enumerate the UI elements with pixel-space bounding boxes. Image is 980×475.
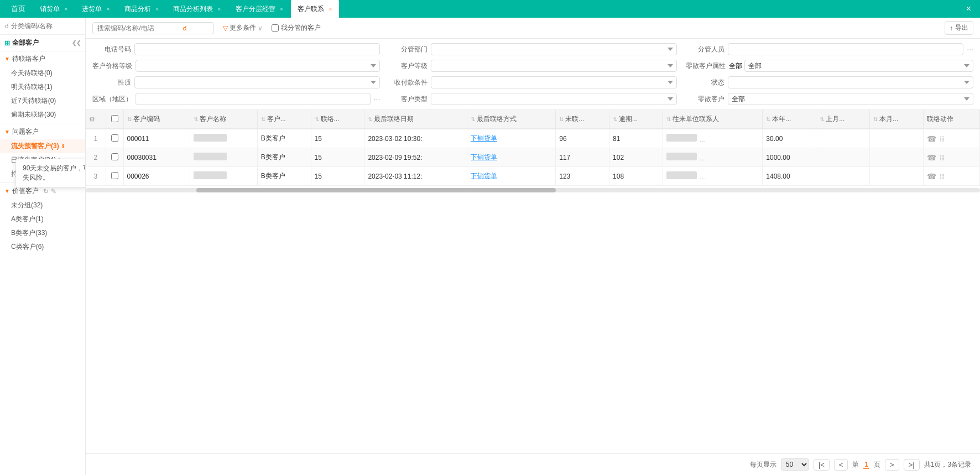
more-icon[interactable]: ⁞⁞ <box>940 134 944 143</box>
sidebar-item-ungroup[interactable]: 未分组(32) <box>0 199 85 212</box>
nav-tab-crm-close[interactable]: × <box>280 6 283 12</box>
filter-manager-input[interactable] <box>728 43 964 55</box>
more-icon[interactable]: ⁞⁞ <box>940 153 944 162</box>
page-unit: 页 <box>874 460 880 469</box>
prev-page-btn[interactable]: < <box>834 459 848 471</box>
nav-tab-analysis-close[interactable]: × <box>155 6 159 12</box>
nav-tab-sales[interactable]: 销货单 × <box>33 0 74 18</box>
window-close-button[interactable]: × <box>962 4 976 14</box>
table-row: 2 00030031 B类客户 15 2023-02-09 19:52: 下销货… <box>86 148 980 167</box>
row-num-cell: 1 <box>86 129 106 148</box>
nav-tab-purchase-close[interactable]: × <box>106 6 110 12</box>
row-last-method-link[interactable]: 下销货单 <box>471 134 497 142</box>
sidebar-item-attrition-warning[interactable]: 流失预警客户(3) ℹ <box>0 139 85 153</box>
nav-tab-contact-close[interactable]: × <box>329 6 332 12</box>
table-area: ⚙ ⇅ 客户编码 <box>86 110 980 453</box>
top-nav: 首页 销货单 × 进货单 × 商品分析 × 商品分析列表 × 客户分层经营 × … <box>0 0 980 18</box>
filter-type-select[interactable] <box>431 93 676 105</box>
row-last-method-link[interactable]: 下销货单 <box>471 172 497 180</box>
sidebar-item-7days[interactable]: 近7天待联络(0) <box>0 94 85 108</box>
filter-price-select[interactable] <box>135 60 380 72</box>
th-last-month: ⇅ 上月... <box>816 110 870 129</box>
nav-tab-contact[interactable]: 客户联系 × <box>291 0 338 18</box>
contact-icon[interactable]: ☎ <box>927 153 936 162</box>
grid-icon: ⊞ <box>4 39 10 47</box>
next-page-btn[interactable]: > <box>885 459 899 471</box>
sort-icon-name[interactable]: ⇅ <box>194 116 198 122</box>
sidebar-item-overdue[interactable]: 逾期未联络(30) <box>0 108 85 122</box>
manager-dots-btn[interactable]: ··· <box>967 45 973 54</box>
sort-icon-lmonth[interactable]: ⇅ <box>820 116 824 122</box>
filter-phone-input[interactable] <box>134 43 380 55</box>
edit-icon[interactable]: ✎ <box>51 187 56 195</box>
contact-icon[interactable]: ☎ <box>927 134 936 143</box>
horizontal-scrollbar[interactable] <box>86 188 980 192</box>
filter-dept-select[interactable] <box>431 43 676 55</box>
per-page-select[interactable]: 50 100 <box>781 458 809 471</box>
nav-tab-crm[interactable]: 客户分层经营 × <box>229 0 290 18</box>
my-customers-check[interactable] <box>272 24 279 32</box>
contact-icon[interactable]: ☎ <box>927 172 936 181</box>
sidebar-search-input[interactable] <box>11 22 86 30</box>
my-customers-checkbox[interactable]: 我分管的客户 <box>272 23 321 33</box>
sidebar-group-problem[interactable]: ▼ 问题客户 <box>0 124 85 139</box>
filter-level-row: 客户等级 <box>389 60 676 72</box>
row-last-method-link[interactable]: 下销货单 <box>471 153 497 161</box>
nav-tab-analysis-list[interactable]: 商品分析列表 × <box>166 0 227 18</box>
settings-icon[interactable]: ⚙ <box>89 116 95 123</box>
row-checkbox[interactable] <box>111 172 118 179</box>
select-all-checkbox[interactable] <box>111 115 118 122</box>
all-customers-header[interactable]: ⊞ 全部客户 ❮❮ <box>0 35 85 51</box>
sidebar-item-b-class[interactable]: B类客户(33) <box>0 226 85 240</box>
sidebar-item-today[interactable]: 今天待联络(0) <box>0 66 85 80</box>
filter-status-select[interactable] <box>728 76 973 88</box>
sidebar: ☌ ⊞ 全部客户 ❮❮ ▼ 待联络客户 今天待联络(0) 明天待联络(1) 近7… <box>0 18 86 475</box>
nav-tab-purchase[interactable]: 进货单 × <box>75 0 116 18</box>
refresh-icon[interactable]: ↻ <box>43 187 49 195</box>
sidebar-group-waiting[interactable]: ▼ 待联络客户 <box>0 51 85 66</box>
sort-icon-code[interactable]: ⇅ <box>127 116 132 122</box>
nav-tab-sales-close[interactable]: × <box>64 6 67 12</box>
filter-zero-customer-dropdown[interactable]: 全部 <box>728 93 973 105</box>
sidebar-item-c-class[interactable]: C类客户(6) <box>0 240 85 254</box>
nav-tab-analysis-list-close[interactable]: × <box>217 6 221 12</box>
row-checkbox[interactable] <box>111 134 118 142</box>
sort-icon-contact[interactable]: ⇅ <box>315 116 319 122</box>
nav-home[interactable]: 首页 <box>4 4 32 14</box>
filter-zero-attr-dropdown[interactable]: 全部 <box>744 60 973 72</box>
scroll-thumb[interactable] <box>196 188 556 192</box>
filter-level-select[interactable] <box>431 60 676 72</box>
sort-icon-type[interactable]: ⇅ <box>261 116 265 122</box>
sort-icon-unlisted[interactable]: ⇅ <box>559 116 564 122</box>
first-page-btn[interactable]: |< <box>814 459 830 471</box>
filter-zero-customer-select: 全部 <box>728 93 973 105</box>
th-type: ⇅ 客户... <box>257 110 311 129</box>
filter-area-label: 区域（地区） <box>92 95 132 104</box>
export-btn[interactable]: ↑ 导出 <box>945 21 973 35</box>
sidebar-item-tomorrow[interactable]: 明天待联络(1) <box>0 80 85 94</box>
page-number: 1 <box>863 461 869 469</box>
sort-icon-tmonth[interactable]: ⇅ <box>873 116 878 122</box>
sort-icon-method[interactable]: ⇅ <box>471 116 475 122</box>
search-button-icon[interactable]: ☌ <box>183 24 187 32</box>
sort-icon-liaison[interactable]: ⇅ <box>666 116 671 122</box>
row-overdue-cell: 81 <box>609 129 663 148</box>
sort-icon-overdue[interactable]: ⇅ <box>613 116 617 122</box>
filter-area-input[interactable] <box>135 93 371 105</box>
search-input[interactable] <box>97 24 180 32</box>
nav-tab-purchase-label: 进货单 <box>82 4 102 14</box>
more-conditions-btn[interactable]: ▽ 更多条件 ∨ <box>218 22 267 34</box>
nav-tab-analysis[interactable]: 商品分析 × <box>118 0 165 18</box>
filter-payment-select[interactable] <box>431 76 676 88</box>
area-dots-btn[interactable]: ··· <box>374 95 380 103</box>
sort-icon-year[interactable]: ⇅ <box>766 116 770 122</box>
last-page-btn[interactable]: >| <box>904 459 920 471</box>
row-checkbox[interactable] <box>111 153 118 160</box>
sidebar-item-a-class[interactable]: A类客户(1) <box>0 212 85 226</box>
more-icon[interactable]: ⁞⁞ <box>940 172 944 181</box>
sort-icon-date[interactable]: ⇅ <box>368 116 372 122</box>
filter-gender-row: 性质 <box>92 76 380 88</box>
filter-gender-select[interactable] <box>134 76 380 88</box>
search-box: ☌ <box>92 22 214 34</box>
row-action-cell: ☎ ⁞⁞ <box>923 167 979 186</box>
